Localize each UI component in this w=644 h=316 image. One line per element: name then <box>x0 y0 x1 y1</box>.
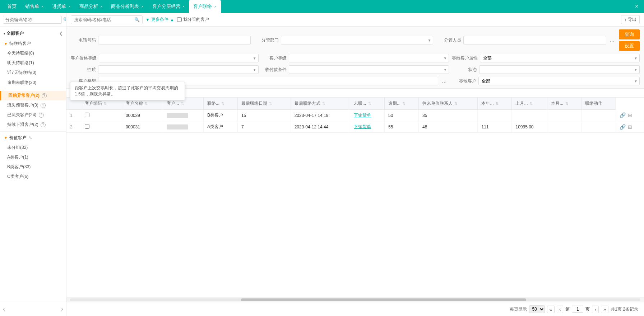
churn-warning-info-icon[interactable]: ? <box>41 103 46 108</box>
nav-item-home[interactable]: 首页 <box>3 0 21 13</box>
sidebar-item-overdue[interactable]: 逾期未联络(30) <box>0 78 66 88</box>
th-last-contact-method[interactable]: 最后联络方式 ⇅ <box>291 98 350 110</box>
sidebar-left-arrow[interactable]: ‹ <box>3 305 5 313</box>
nav-item-customer-contact[interactable]: 客户联络 × <box>189 0 221 13</box>
horizontal-scrollbar[interactable] <box>66 297 644 302</box>
filter-retail-customer-select[interactable]: 全部 <box>478 77 640 85</box>
nav-close-analysis[interactable]: × <box>100 4 102 9</box>
row2-unlisted: 55 <box>385 121 419 133</box>
last-page-btn[interactable]: » <box>601 306 608 313</box>
sort-type-icon: ⇅ <box>181 102 184 105</box>
nav-close-analysis-list[interactable]: × <box>141 4 143 9</box>
th-last-month[interactable]: 上月... ⇅ <box>512 98 547 110</box>
filter-status-select[interactable] <box>479 65 640 74</box>
declining-info-icon[interactable]: ? <box>41 122 46 127</box>
filter-phone-input[interactable] <box>98 36 251 44</box>
setting-button[interactable]: 设置 <box>619 41 640 51</box>
nav-close-purchase[interactable]: × <box>68 4 70 9</box>
filter-customer-level-select[interactable] <box>289 54 449 62</box>
nav-close-customer-contact[interactable]: × <box>214 4 216 9</box>
customer-type-ellipsis[interactable]: ... <box>440 78 448 84</box>
filter-retail-attr-select[interactable]: 全部 <box>480 54 640 62</box>
churned-info-icon[interactable]: ? <box>39 113 44 118</box>
row1-method-link[interactable]: 下销货单 <box>354 113 371 118</box>
query-button[interactable]: 查询 <box>619 29 640 39</box>
scrollbar-track <box>70 298 640 301</box>
my-customers-checkbox[interactable] <box>177 17 182 22</box>
sidebar-collapse-btn[interactable]: ❮ <box>59 31 62 36</box>
filter-price-select-wrap: ▼ <box>99 54 259 62</box>
filter-price-select[interactable] <box>99 54 259 62</box>
group-header-icon: ▪ <box>4 31 5 36</box>
filter-row-2: 客户价格等级 ▼ 客户等级 ▼ 零散客户属性 <box>71 54 640 62</box>
filter-gender-select[interactable] <box>98 65 259 74</box>
filter-cell-status: 状态 ▼ <box>452 65 640 74</box>
sidebar-item-repurchase[interactable]: 回购异常客户(2) ? <box>0 91 66 100</box>
export-button[interactable]: ↑ 导出 <box>621 15 640 24</box>
th-current-year[interactable]: 本年... ⇅ <box>478 98 512 110</box>
page-input[interactable] <box>572 306 583 313</box>
th-current-month[interactable]: 本月... ⇅ <box>547 98 582 110</box>
prev-page-btn[interactable]: ‹ <box>557 306 563 313</box>
sidebar-pending-section[interactable]: ▼ 待联络客户 <box>0 39 66 48</box>
sidebar-item-tomorrow[interactable]: 明天待联络(1) <box>0 58 66 68</box>
row2-current-year: 10995.00 <box>512 121 547 133</box>
filter-person-input[interactable] <box>463 36 606 44</box>
sidebar-item-7days[interactable]: 近7天待联络(0) <box>0 68 66 77</box>
sidebar-value-section[interactable]: ▼ 价值客户 ✎ <box>0 133 66 143</box>
row1-link-icon[interactable]: 🔗 <box>620 112 626 118</box>
nav-item-analysis-list[interactable]: 商品分析列表 × <box>107 0 148 13</box>
per-page-select[interactable]: 50 <box>529 305 545 313</box>
nav-item-sales[interactable]: 销售单 × <box>21 0 48 13</box>
row2-method-link[interactable]: 下销货单 <box>354 124 371 129</box>
th-contact-person[interactable]: 往来单位联系人 ⇅ <box>419 98 478 110</box>
sidebar-item-b-class[interactable]: B类客户(33) <box>0 162 66 172</box>
th-last-contact-date[interactable]: 最后联络日期 ⇅ <box>237 98 291 110</box>
sidebar-item-c-class[interactable]: C类客户(6) <box>0 172 66 181</box>
row1-last-method[interactable]: 下销货单 <box>350 110 385 121</box>
row1-grid-icon[interactable]: ⊞ <box>628 112 632 118</box>
row2-last-method[interactable]: 下销货单 <box>350 121 385 133</box>
nav-item-purchase[interactable]: 进货单 × <box>48 0 75 13</box>
filter-payment-wrap: ▼ <box>289 65 449 74</box>
nav-close-sales[interactable]: × <box>41 4 43 9</box>
th-action: 联络动作 <box>582 98 616 110</box>
sidebar-all-customers[interactable]: ▪ 全部客户 ❮ <box>0 28 66 39</box>
nav-item-customer-tier[interactable]: 客户分层经营 × <box>148 0 189 13</box>
row1-code: 000039 <box>122 110 163 121</box>
filter-dept-select[interactable] <box>281 36 434 44</box>
sidebar-item-declining[interactable]: 持续下滑客户(2) ? <box>0 120 66 129</box>
scrollbar-thumb <box>241 298 526 301</box>
th-unlisted[interactable]: 未联... ⇅ <box>350 98 385 110</box>
more-conditions-btn[interactable]: ▼ 更多条件 ▲ <box>145 16 174 23</box>
sidebar-item-today[interactable]: 今天待联络(0) <box>0 48 66 58</box>
sidebar: 🔍 ▪ 全部客户 ❮ ▼ 待联络客户 今天待联络(0) 明天待联络(1) 近7天… <box>0 13 66 316</box>
person-ellipsis-btn[interactable]: ... <box>608 37 616 43</box>
filter-search-input[interactable] <box>71 15 143 24</box>
sidebar-item-churned[interactable]: 已流失客户(24) ? <box>0 110 66 120</box>
row2-checkbox[interactable] <box>85 124 89 129</box>
sidebar-search-icon[interactable]: 🔍 <box>63 17 66 22</box>
sidebar-item-churn-warning[interactable]: 流失预警客户(3) ? <box>0 100 66 110</box>
th-overdue[interactable]: 逾期... ⇅ <box>385 98 419 110</box>
row1-checkbox[interactable] <box>85 113 89 117</box>
first-page-btn[interactable]: « <box>547 306 555 313</box>
sidebar-item-a-class[interactable]: A类客户(1) <box>0 152 66 162</box>
window-close-button[interactable]: × <box>632 3 641 10</box>
row1-current-year <box>512 110 547 121</box>
sidebar-item-ungroup[interactable]: 未分组(32) <box>0 143 66 152</box>
edit-icon[interactable]: ✎ <box>29 136 32 140</box>
nav-item-analysis[interactable]: 商品分析 × <box>75 0 107 13</box>
row2-grid-icon[interactable]: ⊞ <box>628 124 632 130</box>
sidebar-right-arrow[interactable]: › <box>61 305 63 313</box>
filter-search-icon[interactable]: 🔍 <box>134 17 140 22</box>
nav-close-customer-tier[interactable]: × <box>182 4 185 9</box>
tooltip: 距客户上次交易时长，超过了此客户的平均交易周期的1.5倍，则视为异常。 <box>70 82 185 100</box>
repurchase-info-icon[interactable]: ? <box>42 93 47 98</box>
th-contact-count[interactable]: 联络... ⇅ <box>203 98 237 110</box>
sidebar-search-input[interactable] <box>3 16 62 24</box>
filter-payment-select[interactable] <box>289 65 449 74</box>
next-page-btn[interactable]: › <box>592 306 598 313</box>
sort-unlisted-icon: ⇅ <box>368 102 371 105</box>
row2-link-icon[interactable]: 🔗 <box>620 124 626 130</box>
